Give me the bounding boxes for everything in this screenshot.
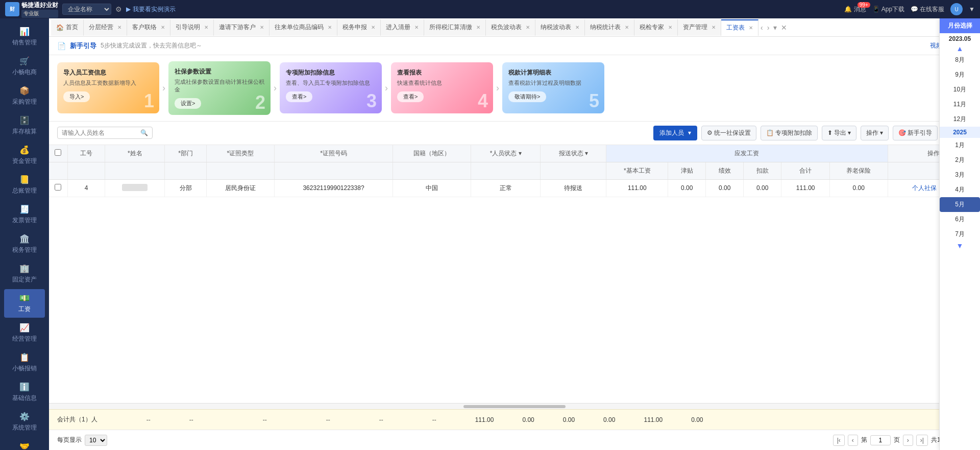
tab-close-payroll[interactable]: ✕ bbox=[749, 25, 753, 31]
sidebar-item-operations[interactable]: 📈 经营管理 bbox=[4, 319, 45, 347]
month-4[interactable]: 4月 bbox=[940, 182, 980, 197]
tab-payroll-table[interactable]: 工资表 ✕ bbox=[721, 19, 758, 36]
tab-close-all[interactable]: ✕ bbox=[779, 23, 789, 32]
row-checkbox[interactable] bbox=[55, 184, 61, 191]
tab-tax-stats[interactable]: 纳税统计表 ✕ bbox=[585, 19, 634, 36]
page-input[interactable] bbox=[870, 435, 891, 445]
tab-close-product-code[interactable]: ✕ bbox=[328, 25, 332, 30]
personal-insurance-link[interactable]: 个人社保 bbox=[912, 184, 937, 192]
tab-close-tax-burden[interactable]: ✕ bbox=[526, 25, 530, 30]
tab-nav-left[interactable]: ‹ bbox=[758, 23, 765, 32]
month-10[interactable]: 10月 bbox=[940, 82, 980, 97]
invoice-icon: 🧾 bbox=[19, 204, 30, 214]
month-11[interactable]: 11月 bbox=[940, 97, 980, 112]
horizontal-scrollbar[interactable] bbox=[49, 403, 980, 409]
tab-asset-mgmt[interactable]: 资产管理 ✕ bbox=[678, 19, 721, 36]
next-page-btn[interactable]: › bbox=[903, 435, 913, 446]
tab-income-tax[interactable]: 所得税汇算清缴 ✕ bbox=[424, 19, 486, 36]
scroll-thumb[interactable] bbox=[463, 405, 566, 408]
company-select[interactable]: 企业名称 bbox=[62, 4, 111, 15]
tab-product-code[interactable]: 往来单位商品编码 ✕ bbox=[270, 19, 337, 36]
tab-home[interactable]: 🏠 首页 bbox=[51, 19, 84, 36]
user-menu-btn[interactable]: ▼ bbox=[969, 6, 975, 13]
tab-close-tax-expert[interactable]: ✕ bbox=[668, 25, 672, 30]
app-download-btn[interactable]: 📱 App下载 bbox=[872, 5, 904, 14]
tab-tax-report[interactable]: 税务申报 ✕ bbox=[337, 19, 381, 36]
person-status-filter-icon[interactable]: ▾ bbox=[519, 150, 522, 157]
tab-nav-right[interactable]: › bbox=[765, 23, 772, 32]
sidebar-item-system[interactable]: ⚙️ 系统管理 bbox=[4, 408, 45, 436]
step-3-btn[interactable]: 查看> bbox=[286, 91, 312, 102]
special-deduction-btn[interactable]: 📋 专项附加扣除 bbox=[761, 126, 818, 140]
tab-close-asset-mgmt[interactable]: ✕ bbox=[712, 25, 716, 30]
step-1-btn[interactable]: 导入> bbox=[63, 91, 90, 102]
add-person-btn[interactable]: 添加人员 ▾ bbox=[653, 126, 697, 140]
avatar[interactable]: U bbox=[950, 3, 963, 15]
month-6[interactable]: 6月 bbox=[940, 212, 980, 227]
month-1[interactable]: 1月 bbox=[940, 138, 980, 153]
tab-tax-fluctuation[interactable]: 纳税波动表 ✕ bbox=[535, 19, 585, 36]
month-3[interactable]: 3月 bbox=[940, 168, 980, 182]
app-logo-icon: 财 bbox=[5, 2, 19, 16]
sidebar-item-ecommerce[interactable]: 🛒 小畅电商 bbox=[4, 52, 45, 81]
tab-close-guide-info[interactable]: ✕ bbox=[204, 25, 208, 30]
tab-close-tax-report[interactable]: ✕ bbox=[371, 25, 375, 30]
newbie-guide-btn[interactable]: 🎯 新手引导 bbox=[893, 126, 938, 140]
step-5-btn[interactable]: 敬请期待> bbox=[508, 91, 546, 102]
select-all-checkbox[interactable] bbox=[55, 149, 61, 156]
tab-tax-expert[interactable]: 税检专家 ✕ bbox=[634, 19, 678, 36]
search-input[interactable] bbox=[62, 129, 138, 136]
step-4-btn[interactable]: 查看> bbox=[397, 91, 424, 102]
month-12[interactable]: 12月 bbox=[940, 112, 980, 127]
tab-nav-down[interactable]: ▾ bbox=[771, 23, 779, 32]
tab-layered[interactable]: 分层经营 ✕ bbox=[84, 19, 127, 36]
notification-btn[interactable]: 🔔 消息 99+ bbox=[844, 5, 866, 14]
sidebar-item-ledger[interactable]: 📒 总账管理 bbox=[4, 171, 45, 199]
tab-close-tax-stats[interactable]: ✕ bbox=[625, 25, 629, 30]
tab-crm[interactable]: 客户联络 ✕ bbox=[127, 19, 170, 36]
tab-guide-info[interactable]: 引导说明 ✕ bbox=[170, 19, 214, 36]
search-icon[interactable]: 🔍 bbox=[140, 129, 148, 136]
tab-close-tax-fluctuation[interactable]: ✕ bbox=[575, 25, 579, 30]
operations-btn[interactable]: 操作 ▾ bbox=[861, 126, 889, 140]
sidebar-item-purchase[interactable]: 📦 采购管理 bbox=[4, 82, 45, 110]
month-9[interactable]: 9月 bbox=[940, 67, 980, 82]
sidebar-item-tax[interactable]: 🏛️ 税务管理 bbox=[4, 230, 45, 258]
tab-close-layered[interactable]: ✕ bbox=[117, 25, 121, 30]
prev-page-btn[interactable]: ‹ bbox=[848, 435, 858, 446]
tab-close-invite[interactable]: ✕ bbox=[260, 25, 264, 30]
unified-social-insurance-btn[interactable]: ⚙ 统一社保设置 bbox=[701, 126, 756, 140]
export-btn[interactable]: ⬆ 导出 ▾ bbox=[822, 126, 856, 140]
last-page-btn[interactable]: ›| bbox=[916, 435, 928, 446]
sidebar-item-collab[interactable]: 🤝 企业协同 bbox=[4, 437, 45, 450]
tab-clearance[interactable]: 进入清册 ✕ bbox=[381, 19, 424, 36]
tab-close-income-tax[interactable]: ✕ bbox=[476, 25, 480, 30]
sidebar-item-inventory[interactable]: 🗄️ 库存核算 bbox=[4, 111, 45, 140]
month-panel-up-btn[interactable]: ▲ bbox=[954, 44, 966, 53]
tab-invite[interactable]: 邀请下游客户 ✕ bbox=[214, 19, 270, 36]
month-5-active[interactable]: 5月 bbox=[940, 197, 980, 212]
tab-close-clearance[interactable]: ✕ bbox=[414, 25, 419, 30]
sidebar-item-basics[interactable]: ℹ️ 基础信息 bbox=[4, 378, 45, 407]
tab-close-crm[interactable]: ✕ bbox=[161, 25, 165, 30]
sidebar-item-reimbursement[interactable]: 📋 小畅报销 bbox=[4, 348, 45, 377]
month-8[interactable]: 8月 bbox=[940, 53, 980, 67]
online-service-btn[interactable]: 💬 在线客服 bbox=[911, 5, 944, 14]
sidebar-item-sales[interactable]: 📊 销售管理 bbox=[4, 22, 45, 51]
month-panel-down-btn[interactable]: ▼ bbox=[954, 242, 966, 250]
step-2-btn[interactable]: 设置> bbox=[175, 98, 201, 109]
sidebar-item-invoice[interactable]: 🧾 发票管理 bbox=[4, 200, 45, 229]
tab-tax-burden[interactable]: 税负波动表 ✕ bbox=[486, 19, 535, 36]
sidebar-item-assets[interactable]: 🏢 固定资产 bbox=[4, 259, 45, 288]
sidebar-item-payroll[interactable]: 💵 工资 bbox=[4, 289, 45, 318]
month-7[interactable]: 7月 bbox=[940, 227, 980, 242]
month-panel-year[interactable]: 2023.05 bbox=[940, 33, 980, 44]
first-page-btn[interactable]: |‹ bbox=[833, 435, 845, 446]
per-page-select[interactable]: 10 20 50 bbox=[85, 435, 107, 446]
demo-link[interactable]: ▶ 我要看实例演示 bbox=[126, 5, 176, 14]
sidebar-item-finance[interactable]: 💰 资金管理 bbox=[4, 141, 45, 170]
month-2[interactable]: 2月 bbox=[940, 153, 980, 168]
th-person-status: *人员状态 ▾ bbox=[471, 145, 540, 162]
settings-icon[interactable]: ⚙ bbox=[115, 5, 122, 13]
submit-status-filter-icon[interactable]: ▾ bbox=[585, 150, 588, 157]
